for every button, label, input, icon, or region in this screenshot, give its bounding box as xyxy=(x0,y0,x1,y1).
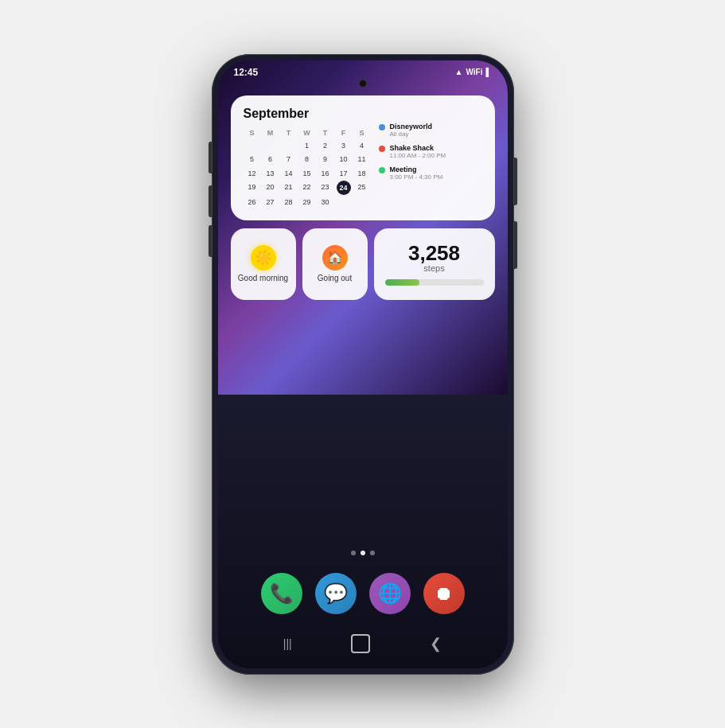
cal-day-28[interactable]: 28 xyxy=(280,196,298,209)
cal-day-18[interactable]: 18 xyxy=(353,167,371,181)
cal-empty xyxy=(280,139,298,153)
phone-device: 12:45 ▲ WiFi ▌ September SMTWTFS12345678… xyxy=(212,54,514,675)
event-text-meeting: Meeting 3:00 PM - 4:30 PM xyxy=(390,165,443,181)
widgets-row: ☀️ Good morning 🏠 Going out 3,258 steps xyxy=(231,228,495,300)
steps-bar-fill xyxy=(385,279,419,286)
cal-header: W xyxy=(298,127,316,138)
cal-day-14[interactable]: 14 xyxy=(280,167,298,181)
dock: 📞 💬 🌐 ⏺ xyxy=(218,565,508,625)
messages-app-icon: 💬 xyxy=(324,582,348,605)
event-time-meeting: 3:00 PM - 4:30 PM xyxy=(390,173,443,181)
cal-header: S xyxy=(244,127,261,138)
cal-day-30[interactable]: 30 xyxy=(317,196,334,209)
event-meeting[interactable]: Meeting 3:00 PM - 4:30 PM xyxy=(379,165,482,181)
steps-widget[interactable]: 3,258 steps xyxy=(374,228,495,300)
cal-day-1[interactable]: 1 xyxy=(298,139,316,153)
nav-recents-button[interactable]: ||| xyxy=(275,634,300,653)
event-dot-disneyworld xyxy=(379,124,385,130)
camera-dot xyxy=(359,80,367,88)
page-dot-1[interactable] xyxy=(351,551,356,555)
dock-messages-app[interactable]: 💬 xyxy=(315,573,357,614)
cal-empty xyxy=(353,196,371,209)
event-title-disneyworld: Disneyworld xyxy=(390,123,433,130)
cal-day-21[interactable]: 21 xyxy=(280,181,298,195)
screenrecord-app-icon: ⏺ xyxy=(435,582,454,605)
event-title-shakeshack: Shake Shack xyxy=(390,144,446,152)
cal-header: F xyxy=(335,127,353,138)
phone-screen: 12:45 ▲ WiFi ▌ September SMTWTFS12345678… xyxy=(218,60,508,668)
status-bar: 12:45 ▲ WiFi ▌ xyxy=(218,60,508,81)
event-time-disneyworld: All day xyxy=(390,130,433,138)
signal-icon: ▲ xyxy=(454,68,462,76)
internet-app-icon: 🌐 xyxy=(378,582,402,605)
cal-day-8[interactable]: 8 xyxy=(298,153,316,166)
cal-day-7[interactable]: 7 xyxy=(280,153,298,166)
cal-empty xyxy=(244,139,261,153)
cal-day-3[interactable]: 3 xyxy=(335,139,353,153)
event-text-disneyworld: Disneyworld All day xyxy=(390,123,433,138)
cal-day-9[interactable]: 9 xyxy=(317,153,334,166)
nav-back-button[interactable]: ❮ xyxy=(422,632,450,656)
steps-count: 3,258 xyxy=(408,243,460,263)
weather-widget[interactable]: ☀️ Good morning xyxy=(231,228,296,300)
cal-day-26[interactable]: 26 xyxy=(244,196,261,209)
cal-day-12[interactable]: 12 xyxy=(244,167,261,181)
dock-screenrecord-app[interactable]: ⏺ xyxy=(423,573,465,614)
camera-notch xyxy=(218,80,508,88)
cal-day-29[interactable]: 29 xyxy=(298,196,316,209)
mode-widget[interactable]: 🏠 Going out xyxy=(302,228,368,300)
calendar-grid: SMTWTFS123456789101112131415161718192021… xyxy=(244,127,371,209)
cal-day-4[interactable]: 4 xyxy=(353,139,371,153)
cal-empty xyxy=(262,139,279,153)
page-dot-2-active[interactable] xyxy=(361,551,365,555)
cal-day-13[interactable]: 13 xyxy=(262,167,279,181)
event-dot-meeting xyxy=(379,167,385,173)
dock-phone-app[interactable]: 📞 xyxy=(261,573,302,614)
status-icons: ▲ WiFi ▌ xyxy=(454,68,491,76)
nav-bar: ||| ❮ xyxy=(218,625,508,668)
calendar-left: September SMTWTFS12345678910111213141516… xyxy=(244,107,371,209)
event-dot-shakeshack xyxy=(379,146,385,152)
cal-day-24[interactable]: 24 xyxy=(337,181,351,195)
cal-day-2[interactable]: 2 xyxy=(317,139,334,153)
calendar-events: Disneyworld All day Shake Shack 11:00 AM… xyxy=(379,107,482,209)
cal-day-11[interactable]: 11 xyxy=(353,153,371,166)
page-indicators xyxy=(218,551,508,555)
cal-day-17[interactable]: 17 xyxy=(335,167,353,181)
dock-internet-app[interactable]: 🌐 xyxy=(369,573,411,614)
cal-header: S xyxy=(353,127,371,138)
home-icon: 🏠 xyxy=(322,245,348,271)
cal-day-5[interactable]: 5 xyxy=(244,153,261,166)
calendar-month: September xyxy=(244,107,371,121)
steps-bar-container xyxy=(385,279,484,286)
home-spacer xyxy=(231,308,495,543)
event-shakeshack[interactable]: Shake Shack 11:00 AM - 2:00 PM xyxy=(379,144,482,159)
content-area: September SMTWTFS12345678910111213141516… xyxy=(218,88,508,551)
sun-icon: ☀️ xyxy=(251,245,276,271)
cal-day-20[interactable]: 20 xyxy=(262,181,279,195)
nav-home-button[interactable] xyxy=(351,634,370,653)
wifi-icon: WiFi xyxy=(466,68,482,76)
weather-label: Good morning xyxy=(238,274,288,283)
cal-day-16[interactable]: 16 xyxy=(317,167,334,181)
cal-day-10[interactable]: 10 xyxy=(335,153,353,166)
cal-day-25[interactable]: 25 xyxy=(353,181,371,195)
cal-day-22[interactable]: 22 xyxy=(298,181,316,195)
cal-day-19[interactable]: 19 xyxy=(244,181,261,195)
cal-empty xyxy=(335,196,353,209)
steps-label: steps xyxy=(423,263,444,273)
cal-header: T xyxy=(317,127,334,138)
phone-app-icon: 📞 xyxy=(270,582,294,605)
cal-header: M xyxy=(262,127,279,138)
event-time-shakeshack: 11:00 AM - 2:00 PM xyxy=(390,152,446,159)
calendar-widget[interactable]: September SMTWTFS12345678910111213141516… xyxy=(231,95,495,220)
cal-day-27[interactable]: 27 xyxy=(262,196,279,209)
page-dot-3[interactable] xyxy=(370,551,375,555)
event-text-shakeshack: Shake Shack 11:00 AM - 2:00 PM xyxy=(390,144,446,159)
cal-day-6[interactable]: 6 xyxy=(262,153,279,166)
cal-header: T xyxy=(280,127,298,138)
cal-day-15[interactable]: 15 xyxy=(298,167,316,181)
event-disneyworld[interactable]: Disneyworld All day xyxy=(379,123,482,138)
status-time: 12:45 xyxy=(234,67,259,78)
cal-day-23[interactable]: 23 xyxy=(317,181,334,195)
